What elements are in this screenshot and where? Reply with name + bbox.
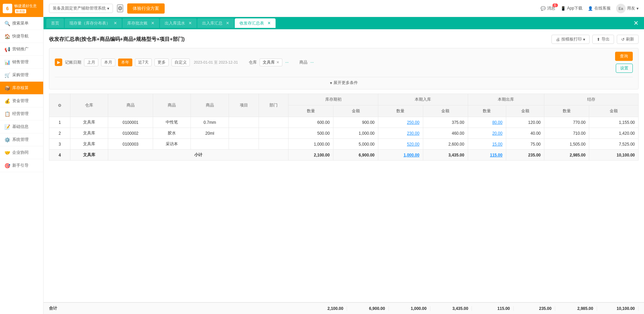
table-row: 2 文具库 0100002 胶水 20ml 500.00 1,000.00 23…	[49, 128, 639, 139]
sidebar-item-basic-info[interactable]: 📝 基础信息	[0, 120, 43, 133]
cell-department	[259, 139, 288, 150]
filter-collapse-btn[interactable]: ▶	[55, 59, 62, 66]
footer-in-qty: 1,000.00	[389, 306, 430, 311]
user-area[interactable]: Ea 用友 ▾	[616, 4, 639, 13]
warehouse-tag-text: 文具库	[263, 60, 275, 65]
sidebar-item-sales[interactable]: 📊 销售管理	[0, 56, 43, 69]
sidebar-item-corp-collab[interactable]: 🤝 企业协同	[0, 146, 43, 159]
online-service-btn[interactable]: 👤 在线客服	[588, 5, 611, 11]
cell-department	[259, 117, 288, 128]
th-out-qty: 数量	[468, 105, 506, 117]
tab-stock-summary-label: 出入库汇总	[202, 20, 222, 26]
sidebar-item-system[interactable]: ⚙️ 系统管理	[0, 133, 43, 146]
date-btn-last-month[interactable]: 上月	[84, 59, 98, 66]
tab-stock-dist[interactable]: 现存量（库存分布表） ✕	[65, 18, 122, 28]
cell-in-qty[interactable]: 250.00	[378, 117, 423, 128]
footer-opening-amt: 6,900.00	[347, 306, 389, 311]
table-container: ⚙ 仓库 商品 商品 商品 项目 部门 库存期初 本期入库 本期出库 结存	[49, 94, 639, 161]
goods-more-btn[interactable]: ···	[310, 60, 314, 65]
tab-stock-dist-close[interactable]: ✕	[114, 21, 117, 26]
data-table: ⚙ 仓库 商品 商品 商品 项目 部门 库存期初 本期入库 本期出库 结存	[49, 94, 639, 161]
sidebar-item-operations[interactable]: 📋 经营管理	[0, 108, 43, 120]
footer-out-qty: 115.00	[472, 306, 513, 311]
filter-row-1: ▶ 记账日期 上月 本月 本年 近7天 更多 自定义 2023-01-01 至 …	[55, 52, 633, 73]
trial-btn[interactable]: 体验行业方案	[127, 3, 165, 14]
footer-out-amt: 235.00	[514, 306, 555, 311]
cell-out-qty[interactable]: 15.00	[468, 139, 506, 150]
cell-in-amt: 375.00	[423, 117, 468, 128]
footer-closing-qty: 2,985.00	[555, 306, 597, 311]
tabbar-close-btn[interactable]: ✕	[633, 19, 639, 27]
tab-home-label: 首页	[51, 20, 59, 26]
date-btn-more[interactable]: 更多	[154, 59, 169, 66]
chevron-down-icon: ▾	[330, 81, 332, 85]
warehouse-more-btn[interactable]: ···	[285, 60, 288, 65]
sidebar-item-label: 采购管理	[12, 72, 29, 78]
date-btn-this-month[interactable]: 本月	[101, 59, 115, 66]
sidebar-item-guide[interactable]: 🎯 新手引导	[0, 159, 43, 172]
set-btn[interactable]: 设置	[616, 64, 633, 73]
tab-batch-account[interactable]: 库存批次账 ✕	[122, 18, 159, 28]
app-download-btn[interactable]: 📱 App下载	[561, 5, 582, 11]
tab-home[interactable]: 首页	[46, 18, 64, 28]
tab-batch-account-close[interactable]: ✕	[151, 21, 154, 26]
cell-out-qty[interactable]: 20.00	[468, 128, 506, 139]
sidebar-item-label: 库存核算	[12, 85, 29, 91]
cell-goods-name: 采访本	[153, 139, 191, 150]
cell-out-amt: 120.00	[506, 117, 544, 128]
th-goods-spec: 商品	[191, 94, 229, 117]
expand-btn[interactable]: ▾ 展开更多条件	[330, 80, 358, 86]
th-group-closing: 结存	[544, 94, 639, 105]
cell-in-qty[interactable]: 230.00	[378, 128, 423, 139]
settings-button[interactable]: ⚙	[117, 4, 123, 12]
th-settings[interactable]: ⚙	[49, 94, 70, 117]
tab-stock-summary-close[interactable]: ✕	[226, 21, 229, 26]
table-head-row-1: ⚙ 仓库 商品 商品 商品 项目 部门 库存期初 本期入库 本期出库 结存	[49, 94, 639, 105]
date-btn-custom[interactable]: 自定义	[171, 59, 190, 66]
sidebar-item-purchase[interactable]: 🛒 采购管理	[0, 69, 43, 82]
date-btn-7days[interactable]: 近7天	[135, 59, 152, 66]
cell-warehouse: 文具库	[70, 117, 108, 128]
footer-total-label: 合计	[49, 305, 57, 311]
sidebar-item-search[interactable]: 🔍 搜索菜单	[0, 17, 43, 30]
tab-recv-send-summary-close[interactable]: ✕	[267, 21, 271, 26]
tab-stock-summary[interactable]: 出入库汇总 ✕	[197, 18, 234, 28]
date-btn-this-year[interactable]: 本年	[118, 59, 132, 66]
sidebar-item-inventory[interactable]: 📦 库存核算	[0, 82, 43, 95]
app-download-label: App下载	[567, 5, 582, 11]
cell-in-qty[interactable]: 520.00	[378, 139, 423, 150]
tab-stock-flow-close[interactable]: ✕	[188, 21, 192, 26]
sidebar-item-quick-nav[interactable]: 🏠 快捷导航	[0, 30, 43, 43]
cell-no: 3	[49, 139, 70, 150]
print-dropdown-icon: ▾	[583, 37, 585, 42]
goods-label: 商品	[299, 60, 308, 65]
warehouse-tag[interactable]: 文具库 ✕	[260, 59, 282, 66]
tab-stock-dist-label: 现存量（库存分布表）	[69, 20, 110, 26]
subtotal-out-qty[interactable]: 115.00	[468, 150, 506, 161]
logo-badge: 标准版	[15, 9, 26, 13]
tab-recv-send-summary[interactable]: 收发存汇总表 ✕	[235, 18, 276, 28]
query-btn[interactable]: 查询	[615, 52, 633, 61]
system-selector[interactable]: 装备及固定资产辅助管理系统 ▾	[49, 4, 113, 13]
tab-stock-flow[interactable]: 出入库流水 ✕	[160, 18, 197, 28]
sidebar-item-label: 营销推广	[12, 46, 29, 52]
subtotal-in-qty[interactable]: 1,000.00	[378, 150, 423, 161]
notifications-btn[interactable]: 💬 消息 6	[541, 5, 555, 11]
cell-closing-amt: 1,155.00	[589, 117, 639, 128]
main-area: 装备及固定资产辅助管理系统 ▾ ⚙ 体验行业方案 💬 消息 6 📱 App下载 …	[44, 0, 644, 314]
th-department: 部门	[259, 94, 288, 117]
refresh-icon: ↺	[621, 37, 625, 42]
sidebar-logo: 6 畅捷通好生意 标准版	[0, 0, 43, 17]
sidebar-item-marketing[interactable]: 📢 营销推广	[0, 43, 43, 56]
cell-out-qty[interactable]: 80.00	[468, 117, 506, 128]
th-warehouse: 仓库	[70, 94, 108, 117]
subtotal-closing-qty: 2,985.00	[544, 150, 589, 161]
refresh-btn[interactable]: ↺ 刷新	[617, 35, 639, 44]
sidebar-item-finance[interactable]: 💰 资金管理	[0, 95, 43, 108]
th-goods-name: 商品	[153, 94, 191, 117]
cell-warehouse: 文具库	[70, 128, 108, 139]
filter-bar: ▶ 记账日期 上月 本月 本年 近7天 更多 自定义 2023-01-01 至 …	[49, 48, 639, 89]
export-btn[interactable]: ⬆ 导出	[592, 35, 614, 44]
print-btn[interactable]: 🖨 按模板打印 ▾	[551, 35, 590, 44]
warehouse-tag-close[interactable]: ✕	[276, 60, 279, 65]
